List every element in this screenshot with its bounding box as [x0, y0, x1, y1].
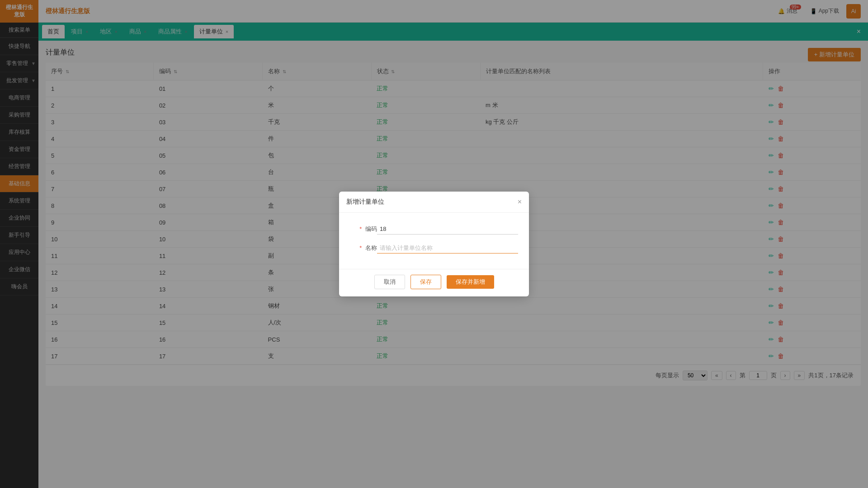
modal-overlay[interactable]: 新增计量单位 × * 编码 * 名称 取消 保存 保存并新增 — [0, 0, 868, 488]
required-mark: * — [359, 225, 362, 232]
name-label: * 名称 — [350, 244, 377, 252]
save-button[interactable]: 保存 — [410, 275, 441, 289]
form-row-code: * 编码 — [350, 224, 518, 235]
code-input[interactable] — [377, 224, 518, 235]
modal-title: 新增计量单位 — [346, 198, 384, 206]
modal-body: * 编码 * 名称 — [339, 213, 529, 269]
cancel-button[interactable]: 取消 — [374, 275, 405, 289]
name-input[interactable] — [377, 243, 518, 253]
required-mark: * — [359, 244, 362, 251]
modal-footer: 取消 保存 保存并新增 — [339, 269, 529, 296]
code-label: * 编码 — [350, 225, 377, 233]
save-and-new-button[interactable]: 保存并新增 — [447, 275, 494, 289]
modal-close-button[interactable]: × — [518, 198, 522, 206]
form-row-name: * 名称 — [350, 243, 518, 253]
add-unit-modal: 新增计量单位 × * 编码 * 名称 取消 保存 保存并新增 — [339, 192, 529, 296]
modal-header: 新增计量单位 × — [339, 192, 529, 213]
